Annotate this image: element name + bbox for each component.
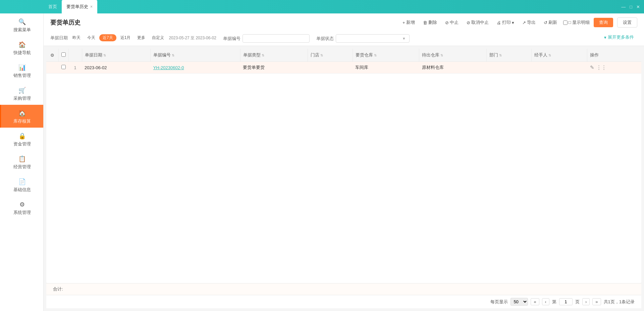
sidebar-item-system[interactable]: ⚙ 系统管理 <box>0 196 43 219</box>
tab-home-label: 首页 <box>48 4 57 10</box>
th-handler[interactable]: 经手人 ⇅ <box>531 49 587 62</box>
td-dept <box>486 62 531 74</box>
sidebar-item-sales[interactable]: 📊 销售管理 <box>0 59 43 82</box>
date-option-yesterday[interactable]: 昨天 <box>70 34 83 41</box>
summary-label: 合计: <box>53 286 63 292</box>
table-row[interactable]: 1 2023-06-02 YH-20230602-0 要货单要货 车间库 原材料… <box>46 62 641 74</box>
new-button[interactable]: + 新增 <box>400 19 417 26</box>
sort-req-warehouse[interactable]: 要货仓库 ⇅ <box>356 52 416 58</box>
row-more-icon[interactable]: ⋮⋮ <box>596 64 606 71</box>
delete-icon: 🗑 <box>423 20 427 25</box>
print-button[interactable]: 🖨 打印 ▾ <box>495 19 516 26</box>
stop-icon: ⊘ <box>445 20 449 25</box>
export-icon: ↗ <box>522 20 526 25</box>
th-bill-type[interactable]: 单据类型 ⇅ <box>240 49 308 62</box>
status-input[interactable] <box>336 34 410 43</box>
tab-requisition-history[interactable]: 要货单历史 × <box>62 0 97 13</box>
sidebar-item-search-menu[interactable]: 🔍 搜索菜单 <box>0 13 43 36</box>
select-all-checkbox[interactable] <box>61 52 66 57</box>
sidebar-item-finance[interactable]: 🔒 资金管理 <box>0 128 43 150</box>
date-option-more[interactable]: 更多 <box>135 34 148 41</box>
expand-more-button[interactable]: ▾ 展开更多条件 <box>604 34 637 43</box>
th-pending-warehouse[interactable]: 待出仓库 ⇅ <box>419 49 487 62</box>
date-option-1month[interactable]: 近1月 <box>118 34 133 41</box>
window-maximize-icon[interactable]: □ <box>630 4 632 9</box>
close-tab-icon[interactable]: × <box>90 4 93 9</box>
column-settings-icon[interactable]: ⚙ <box>50 53 54 58</box>
th-bill-no-label: 单据编号 <box>153 52 171 58</box>
td-num: 1 <box>68 62 82 74</box>
sort-bill-no-icon: ⇅ <box>172 53 174 57</box>
expand-more-label: 展开更多条件 <box>608 34 634 40</box>
date-option-custom[interactable]: 自定义 <box>149 34 167 41</box>
quick-nav-icon: 🏠 <box>18 41 26 48</box>
page-header: 要货单历史 + 新增 🗑 删除 ⊘ 中止 ⊘ <box>44 13 644 46</box>
sort-pending-warehouse[interactable]: 待出仓库 ⇅ <box>422 52 484 58</box>
refresh-icon: ↺ <box>544 20 547 25</box>
sidebar-item-inventory[interactable]: 🏠 库存核算 <box>0 105 43 128</box>
row-edit-icon[interactable]: ✎ <box>590 64 594 71</box>
refresh-button[interactable]: ↺ 刷新 <box>542 19 559 26</box>
topbar-right-actions: — □ ✕ <box>621 4 644 9</box>
sort-store[interactable]: 门店 ⇅ <box>311 52 350 58</box>
th-handler-label: 经手人 <box>534 52 547 58</box>
search-menu-icon: 🔍 <box>18 18 26 26</box>
th-dept[interactable]: 部门 ⇅ <box>486 49 531 62</box>
window-minimize-icon[interactable]: — <box>621 4 626 9</box>
sort-pending-warehouse-icon: ⇅ <box>440 53 443 57</box>
sort-bill-type[interactable]: 单据类型 ⇅ <box>243 52 305 58</box>
per-page-select[interactable]: 50 10 20 100 <box>511 298 528 306</box>
window-close-icon[interactable]: ✕ <box>636 4 640 9</box>
per-page-label: 每页显示 <box>490 299 508 305</box>
settings-button[interactable]: 设置 <box>617 17 637 28</box>
cancel-stop-icon: ⊘ <box>467 20 470 25</box>
th-date[interactable]: 单据日期 ⇅ <box>82 49 151 62</box>
inventory-icon: 🏠 <box>18 109 26 117</box>
td-actions: ✎ ⋮⋮ <box>587 62 641 74</box>
sort-bill-no[interactable]: 单据编号 ⇅ <box>153 52 237 58</box>
export-button[interactable]: ↗ 导出 <box>520 19 538 26</box>
sidebar-item-quick-nav[interactable]: 🏠 快捷导航 <box>0 36 43 59</box>
new-icon: + <box>402 20 405 25</box>
first-page-button[interactable]: « <box>531 298 539 305</box>
display-detail-checkbox[interactable]: □ 显示明细 <box>563 19 590 26</box>
date-option-7days[interactable]: 近7天 <box>99 34 116 41</box>
query-button[interactable]: 查询 <box>594 18 613 27</box>
tab-home[interactable]: 首页 <box>44 0 62 13</box>
sort-date[interactable]: 单据日期 ⇅ <box>85 52 148 58</box>
status-dropdown-icon[interactable]: ▾ <box>403 36 405 41</box>
prev-page-button[interactable]: ‹ <box>542 298 549 305</box>
sidebar-item-basic-info[interactable]: 📄 基础信息 <box>0 173 43 196</box>
main-layout: 🔍 搜索菜单 🏠 快捷导航 📊 销售管理 🛒 采购管理 🏠 库存核算 🔒 资金管… <box>0 13 644 311</box>
sidebar-item-operation[interactable]: 📋 经营管理 <box>0 150 43 173</box>
page-number-input[interactable] <box>559 298 573 305</box>
status-filter-group: 单据状态 ▾ <box>316 34 405 43</box>
date-filter-group: 单据日期 昨天 今天 近7天 近1月 更多 自定义 2023-05-27 至 2… <box>50 34 216 41</box>
stop-button[interactable]: ⊘ 中止 <box>443 19 461 26</box>
display-detail-check[interactable] <box>563 20 568 25</box>
content-area: 要货单历史 + 新增 🗑 删除 ⊘ 中止 ⊘ <box>44 13 644 311</box>
th-settings[interactable]: ⚙ <box>46 49 58 62</box>
td-pending-warehouse: 原材料仓库 <box>419 62 487 74</box>
th-store[interactable]: 门店 ⇅ <box>308 49 353 62</box>
row-checkbox[interactable] <box>61 65 66 69</box>
sort-dept[interactable]: 部门 ⇅ <box>489 52 529 58</box>
th-req-warehouse[interactable]: 要货仓库 ⇅ <box>353 49 419 62</box>
bill-no-input[interactable] <box>243 34 310 43</box>
sales-icon: 📊 <box>18 64 26 71</box>
th-bill-no[interactable]: 单据编号 ⇅ <box>151 49 240 62</box>
date-option-today[interactable]: 今天 <box>85 34 98 41</box>
next-page-button[interactable]: › <box>582 298 590 305</box>
bill-no-link[interactable]: YH-20230602-0 <box>153 65 184 70</box>
th-actions: 操作 <box>587 49 641 62</box>
cancel-stop-button[interactable]: ⊘ 取消中止 <box>465 19 491 26</box>
sidebar-item-purchase[interactable]: 🛒 采购管理 <box>0 82 43 105</box>
print-label: 打印 <box>502 19 511 26</box>
table-area: ⚙ 单据日期 ⇅ <box>46 49 641 283</box>
sort-handler[interactable]: 经手人 ⇅ <box>534 52 584 58</box>
bill-no-filter-group: 单据编号 <box>223 34 310 43</box>
td-settings <box>46 62 58 74</box>
last-page-button[interactable]: » <box>592 298 601 305</box>
delete-button[interactable]: 🗑 删除 <box>421 19 439 26</box>
sidebar-item-search-menu-label: 搜索菜单 <box>13 27 31 33</box>
